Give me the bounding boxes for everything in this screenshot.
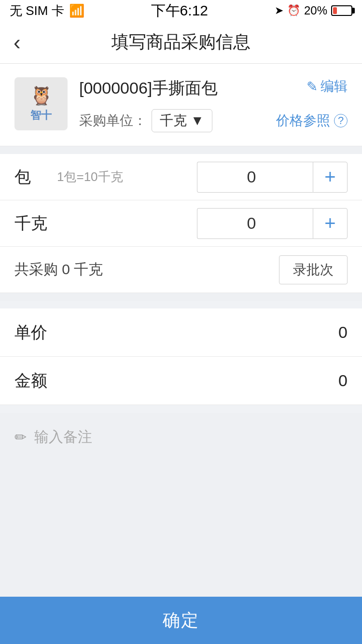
section-divider-2	[0, 293, 362, 301]
amount-row: 金额 0	[0, 357, 362, 405]
package-plus-button[interactable]: +	[313, 162, 348, 193]
kg-label: 千克	[14, 212, 53, 235]
edit-icon: ✎	[306, 79, 318, 95]
batch-button[interactable]: 录批次	[279, 255, 348, 284]
unit-label: 采购单位： 千克 ▼	[79, 109, 212, 132]
package-label: 包	[14, 166, 53, 188]
product-card: 🦉 智十 [0000006]手撕面包 ✎ 编辑 采购单位： 千克 ▼ 价格参照	[0, 64, 362, 146]
kg-row: 千克 +	[0, 200, 362, 247]
product-unit-row: 采购单位： 千克 ▼ 价格参照 ?	[79, 109, 348, 132]
unit-price-label: 单价	[14, 322, 47, 344]
package-row: 包 1包=10千克 +	[0, 154, 362, 200]
kg-input-right: +	[197, 208, 348, 239]
kg-plus-button[interactable]: +	[313, 208, 348, 239]
total-row: 共采购 0 千克 录批次	[0, 247, 362, 293]
amount-label: 金额	[14, 370, 47, 392]
status-time: 下午6:12	[151, 1, 208, 21]
package-input-right: +	[197, 162, 348, 193]
kg-quantity-input[interactable]	[197, 208, 313, 239]
status-right: ➤ ⏰ 20%	[275, 4, 352, 17]
pencil-icon: ✏	[14, 429, 27, 446]
confirm-button[interactable]: 确定	[0, 597, 362, 644]
location-icon: ➤	[275, 4, 283, 17]
alarm-icon: ⏰	[287, 4, 300, 17]
status-bar: 无 SIM 卡 📶 下午6:12 ➤ ⏰ 20%	[0, 0, 362, 21]
status-left: 无 SIM 卡 📶	[10, 2, 84, 19]
price-section: 单价 0 金额 0	[0, 308, 362, 405]
remark-placeholder: 输入备注	[34, 427, 92, 447]
product-info: [0000006]手撕面包 ✎ 编辑 采购单位： 千克 ▼ 价格参照 ?	[79, 77, 348, 132]
edit-button[interactable]: ✎ 编辑	[306, 77, 348, 96]
total-label: 共采购 0 千克	[14, 260, 103, 280]
no-sim-label: 无 SIM 卡	[10, 2, 64, 19]
page-title: 填写商品采购信息	[111, 30, 251, 54]
nav-bar: ‹ 填写商品采购信息	[0, 21, 362, 64]
input-section: 包 1包=10千克 + 千克 + 共采购 0 千克 录批次	[0, 154, 362, 293]
unit-select[interactable]: 千克 ▼	[152, 109, 212, 132]
back-button[interactable]: ‹	[14, 30, 21, 55]
price-reference-button[interactable]: 价格参照 ?	[276, 112, 348, 130]
product-header: [0000006]手撕面包 ✎ 编辑	[79, 77, 348, 99]
unit-price-value: 0	[338, 323, 348, 342]
battery-percent: 20%	[304, 4, 327, 17]
brand-text: 智十	[30, 108, 52, 123]
section-divider-1	[0, 146, 362, 154]
help-icon: ?	[334, 114, 348, 127]
product-name: [0000006]手撕面包	[79, 77, 218, 99]
amount-value: 0	[338, 371, 348, 390]
package-quantity-input[interactable]	[197, 162, 313, 193]
remark-section[interactable]: ✏ 输入备注	[0, 413, 362, 462]
owl-icon: 🦉	[30, 85, 53, 106]
wifi-icon: 📶	[69, 3, 84, 18]
unit-price-row: 单价 0	[0, 308, 362, 357]
package-sub-label: 1包=10千克	[57, 168, 123, 185]
product-image: 🦉 智十	[14, 77, 68, 130]
dropdown-icon: ▼	[191, 113, 204, 128]
battery-icon	[331, 5, 352, 16]
